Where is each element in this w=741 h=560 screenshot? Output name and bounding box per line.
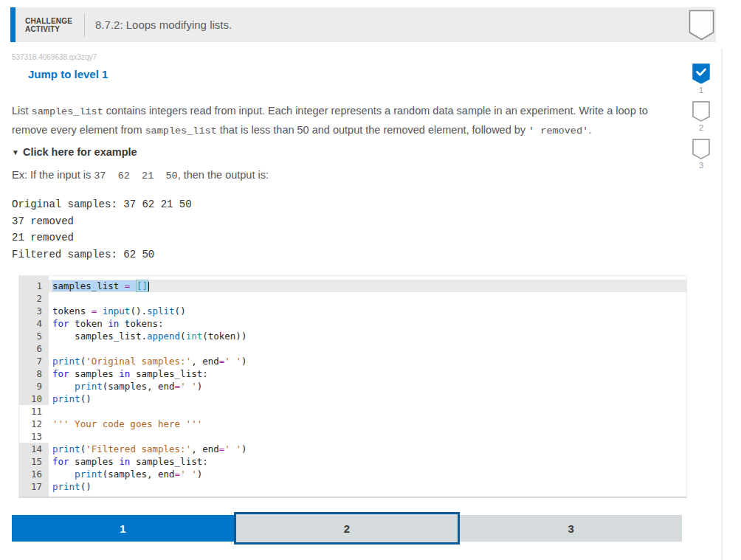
code-token: = bbox=[175, 469, 181, 480]
code-token: = bbox=[175, 381, 181, 392]
code-text bbox=[49, 292, 686, 305]
code-line[interactable]: 1samples_list = [] bbox=[19, 280, 686, 292]
code-line[interactable]: 14print('Filtered samples:', end=' ') bbox=[19, 443, 686, 455]
line-number: 12 bbox=[19, 418, 49, 430]
code-token: 'Original samples:' bbox=[86, 356, 191, 367]
level-1-complete-shield-icon bbox=[692, 63, 710, 84]
level-3-label: 3 bbox=[699, 161, 703, 170]
code-token bbox=[97, 305, 103, 317]
line-number: 9 bbox=[19, 380, 49, 393]
code-line[interactable]: 5 samples_list.append(int(token)) bbox=[19, 330, 686, 342]
editor-bottom-padding bbox=[19, 493, 686, 498]
line-number: 7 bbox=[19, 355, 49, 367]
code-line[interactable]: 7print('Original samples:', end=' ') bbox=[19, 355, 686, 367]
code-token: ) bbox=[241, 356, 247, 367]
code-text: print('Filtered samples:', end=' ') bbox=[49, 443, 686, 455]
level-indicator-2[interactable]: 2 bbox=[692, 101, 710, 132]
example-output-line: Filtered samples: 62 50 bbox=[12, 246, 192, 263]
line-number: 2 bbox=[19, 292, 49, 305]
code-line[interactable]: 6 bbox=[19, 342, 686, 355]
code-text: for token in tokens: bbox=[49, 317, 686, 330]
level-3-shield-icon bbox=[692, 139, 710, 159]
code-text bbox=[49, 405, 686, 418]
code-line[interactable]: 4for token in tokens: bbox=[19, 317, 686, 330]
code-line[interactable]: 10print() bbox=[19, 393, 686, 405]
level-1-button[interactable]: 1 bbox=[12, 515, 234, 542]
code-token bbox=[52, 469, 75, 480]
code-token: ( bbox=[180, 331, 186, 342]
code-text bbox=[49, 430, 686, 443]
code-text: print(samples, end=' ') bbox=[49, 380, 686, 393]
code-token: (samples, end bbox=[103, 469, 175, 480]
level-indicator-3[interactable]: 3 bbox=[692, 139, 710, 170]
example-toggle-label: Click here for example bbox=[23, 146, 137, 158]
code-token: , end bbox=[191, 443, 219, 454]
code-editor-lines: 1samples_list = []23tokens = input().spl… bbox=[19, 280, 686, 493]
code-text: for samples in samples_list: bbox=[49, 367, 686, 380]
code-token: in bbox=[108, 318, 119, 329]
code-line[interactable]: 8for samples in samples_list: bbox=[19, 367, 686, 380]
line-number: 17 bbox=[19, 480, 49, 493]
level-2-button[interactable]: 2 bbox=[234, 512, 461, 545]
line-number: 1 bbox=[19, 280, 49, 292]
code-token: () bbox=[80, 393, 92, 404]
code-line[interactable]: 2 bbox=[19, 292, 686, 305]
example-toggle[interactable]: ▼Click here for example bbox=[12, 146, 137, 158]
line-number: 15 bbox=[19, 455, 49, 468]
code-line[interactable]: 11 bbox=[19, 405, 686, 418]
code-text: ''' Your code goes here ''' bbox=[49, 418, 686, 430]
badge-line-1: CHALLENGE bbox=[25, 17, 72, 25]
code-token: samples_list. bbox=[52, 331, 147, 342]
code-token: ) bbox=[241, 443, 247, 454]
code-token: split bbox=[147, 305, 175, 317]
inline-code: ' removed' bbox=[528, 125, 588, 136]
jump-to-level-link[interactable]: Jump to level 1 bbox=[28, 68, 108, 80]
code-token: ' ' bbox=[180, 469, 197, 480]
code-line[interactable]: 17print() bbox=[19, 480, 686, 493]
line-number: 4 bbox=[19, 317, 49, 330]
header-divider bbox=[84, 13, 85, 37]
code-token: in bbox=[119, 368, 130, 379]
text-cursor bbox=[148, 282, 149, 291]
code-line[interactable]: 13 bbox=[19, 430, 686, 443]
code-token: samples_list bbox=[52, 280, 125, 291]
line-number: 3 bbox=[19, 305, 49, 317]
text-part: that is less than 50 and output the remo… bbox=[217, 124, 528, 136]
activity-id: 537318.4069638.qx3zqy7 bbox=[12, 53, 97, 61]
level-indicator-rail: 1 2 3 bbox=[691, 63, 711, 176]
code-line[interactable]: 15for samples in samples_list: bbox=[19, 455, 686, 468]
code-line[interactable]: 9 print(samples, end=' ') bbox=[19, 380, 686, 393]
code-line[interactable]: 3tokens = input().split() bbox=[19, 305, 686, 317]
problem-description: List samples_list contains integers read… bbox=[12, 102, 685, 140]
code-text: print('Original samples:', end=' ') bbox=[49, 355, 686, 367]
level-indicator-1[interactable]: 1 bbox=[692, 63, 710, 94]
text-part: , then the output is: bbox=[178, 169, 269, 181]
code-text: print() bbox=[49, 480, 686, 493]
line-number: 10 bbox=[19, 393, 49, 405]
code-text: print() bbox=[49, 393, 686, 405]
code-token: for bbox=[52, 456, 69, 467]
code-token: print bbox=[52, 393, 80, 404]
code-token: samples bbox=[69, 456, 120, 467]
code-line[interactable]: 12''' Your code goes here ''' bbox=[19, 418, 686, 430]
code-token: () bbox=[80, 481, 92, 492]
code-token: print bbox=[52, 481, 80, 492]
code-token: ' ' bbox=[224, 356, 241, 367]
challenge-activity-badge: CHALLENGE ACTIVITY bbox=[25, 17, 72, 33]
text-part: Ex: If the input is bbox=[12, 169, 94, 181]
code-token: print bbox=[75, 381, 103, 392]
code-token: in bbox=[119, 456, 130, 467]
code-token: print bbox=[52, 443, 80, 454]
code-token: input bbox=[103, 305, 131, 317]
code-line[interactable]: 16 print(samples, end=' ') bbox=[19, 468, 686, 480]
text-part: . bbox=[588, 124, 591, 136]
badge-line-2: ACTIVITY bbox=[25, 25, 72, 33]
code-editor[interactable]: 1samples_list = []23tokens = input().spl… bbox=[18, 275, 687, 498]
code-padding bbox=[49, 493, 686, 498]
code-token: (samples, end bbox=[103, 381, 175, 392]
code-token: ' ' bbox=[224, 443, 241, 454]
code-token: samples_list: bbox=[130, 456, 207, 467]
level-3-button[interactable]: 3 bbox=[460, 515, 682, 542]
challenge-header: CHALLENGE ACTIVITY 8.7.2: Loops modifyin… bbox=[10, 7, 716, 42]
code-token: (token)) bbox=[202, 331, 247, 342]
